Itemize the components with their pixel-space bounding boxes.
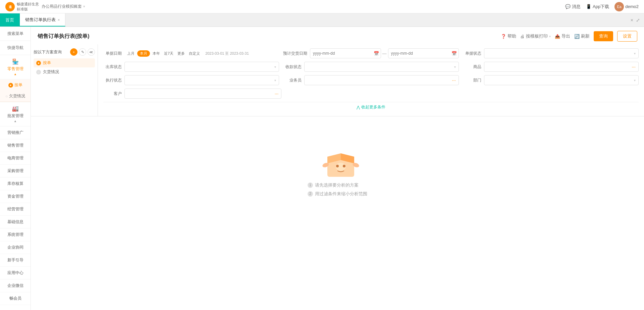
receipt-dropdown-arrow: ▾ — [454, 65, 456, 69]
query-button[interactable]: 查询 — [594, 31, 613, 41]
collapse-scheme-button[interactable]: ≪ — [88, 48, 95, 56]
filter-field-shipment: 出库状态 ▾ — [103, 62, 279, 72]
status-dropdown[interactable]: ▾ — [484, 48, 639, 58]
sidebar-item-newbie[interactable]: 新手引导 — [0, 254, 31, 267]
sidebar-item-appstore[interactable]: 应用中心 — [0, 267, 31, 279]
this-year-btn[interactable]: 本年 — [151, 50, 161, 57]
sidebar-item-basic[interactable]: 基础信息 — [0, 216, 31, 228]
scheme-debt[interactable]: ○ 欠货情况 — [34, 67, 95, 76]
goods-ellipsis-btn[interactable]: ··· — [632, 64, 636, 69]
sidebar-item-purchase[interactable]: 采购管理 — [0, 165, 31, 177]
filter-field-salesperson: 业务员 ··· — [283, 75, 459, 85]
expected-date-start-wrap: 📅 — [310, 48, 381, 58]
scheme-press[interactable]: ● 按单 — [34, 58, 95, 67]
filter-conditions: 单据日期 上月 本月 本年 近7天 更多 自定义 2023-03-01 至 20… — [98, 44, 644, 116]
app-download-button[interactable]: 📱 App下载 — [586, 4, 609, 10]
sidebar-item-operation[interactable]: 经营管理 — [0, 203, 31, 216]
collapse-conditions-button[interactable]: ⋀ 收起更多条件 — [103, 102, 639, 112]
filter-field-exec-status: 执行状态 ▾ — [103, 75, 279, 85]
sidebar-item-ecom[interactable]: 电商管理 — [0, 152, 31, 165]
page-header: 销售订单执行表(按单) ❓ 帮助 🖨 按模板打印 ▾ 📤 导出 — [31, 27, 644, 44]
sidebar-item-member[interactable]: 畅会员 — [0, 292, 31, 305]
hint-item-2: 2 用过滤条件来缩小分析范围 — [308, 190, 367, 198]
salesperson-ellipsis-btn[interactable]: ··· — [452, 78, 456, 83]
retail-icon: 🏪 — [12, 58, 19, 65]
window-close-button[interactable]: × — [631, 17, 633, 23]
sidebar-item-inventory[interactable]: 库存核算 — [0, 177, 31, 190]
sub-item-dot: ● — [8, 83, 13, 88]
last7-btn[interactable]: 近7天 — [163, 50, 175, 57]
sidebar-item-enterprise[interactable]: 企业协同 — [0, 241, 31, 254]
tab-sales-order[interactable]: 销售订单执行表 × — [20, 13, 65, 27]
download-icon: 📱 — [586, 4, 591, 9]
expected-date-range: 📅 — 📅 — [310, 48, 459, 58]
breadcrumb[interactable]: 办公用品行业模拟账套 ▾ — [42, 4, 85, 9]
refresh-button[interactable]: 🔄 刷新 — [574, 33, 590, 39]
template-print-button[interactable]: 🖨 按模板打印 ▾ — [520, 33, 551, 39]
custom-btn[interactable]: 自定义 — [187, 50, 201, 57]
window-expand-button[interactable]: ⤢ — [636, 17, 640, 23]
dept-dropdown[interactable]: ▾ — [484, 75, 639, 85]
receipt-dropdown[interactable]: ▾ — [304, 62, 459, 72]
export-button[interactable]: 📤 导出 — [555, 33, 570, 39]
goods-input[interactable] — [487, 64, 632, 69]
shipment-dropdown-arrow: ▾ — [274, 65, 276, 69]
more-btn[interactable]: 更多 — [176, 50, 186, 57]
sidebar-item-corpwechat[interactable]: 企业微信 — [0, 279, 31, 292]
sidebar-item-marketing[interactable]: 营销推广 — [0, 126, 31, 139]
svg-point-7 — [343, 165, 345, 167]
sidebar-item-finance[interactable]: 资金管理 — [0, 190, 31, 203]
top-bar: 通 畅捷通好生意 标准版 办公用品行业模拟账套 ▾ 💬 消息 📱 App下载 E… — [0, 0, 644, 13]
quick-nav-item[interactable]: 快捷导航 — [0, 43, 31, 53]
sub-item-circle-icon: ○ — [5, 94, 8, 99]
hint-item-1: 1 请先选择要分析的方案 — [308, 181, 367, 190]
scheme-inactive-dot: ○ — [36, 70, 41, 74]
expected-date-start-input[interactable] — [310, 48, 381, 58]
sidebar: 搜索菜单 快捷导航 🏪 零售管理 ▲ ● 按单 ○ 欠货情况 🏭 批发管理 — [0, 27, 31, 310]
message-button[interactable]: 💬 消息 — [565, 4, 581, 10]
scheme-action-icons: + ✎ ≪ — [70, 48, 95, 56]
logo-icon: 通 — [5, 2, 15, 11]
salesperson-input[interactable] — [307, 78, 452, 83]
search-menu-button[interactable]: 搜索菜单 — [3, 30, 28, 38]
sidebar-sub-press[interactable]: ● 按单 — [0, 80, 31, 91]
sidebar-item-wholesale[interactable]: 🏭 批发管理 ▲ — [0, 102, 31, 126]
expected-date-end-input[interactable] — [388, 48, 459, 58]
sidebar-search-area: 搜索菜单 — [0, 27, 31, 41]
filter-field-expected-date: 预计交货日期 📅 — 📅 — [283, 48, 459, 58]
sidebar-item-retail[interactable]: 🏪 零售管理 ▲ — [0, 55, 31, 80]
filter-row-4: 客户 ··· — [103, 89, 639, 99]
customer-input-wrap: ··· — [124, 89, 281, 99]
filter-field-receipt: 收款状态 ▾ — [283, 62, 459, 72]
top-bar-left: 通 畅捷通好生意 标准版 办公用品行业模拟账套 ▾ — [5, 2, 85, 11]
tab-close-button[interactable]: × — [58, 18, 60, 22]
edit-scheme-button[interactable]: ✎ — [79, 48, 86, 56]
sidebar-item-sales[interactable]: 销售管理 — [0, 139, 31, 152]
customer-input[interactable] — [127, 91, 275, 96]
filter-scheme-panel: 按以下方案查询 + ✎ ≪ ● 按单 ○ 欠货情况 — [31, 44, 98, 116]
this-month-btn[interactable]: 本月 — [137, 50, 150, 57]
shipment-dropdown[interactable]: ▾ — [124, 62, 279, 72]
wholesale-icon: 🏭 — [12, 105, 19, 112]
settings-button[interactable]: 设置 — [617, 31, 637, 42]
sidebar-sub-menu: ● 按单 ○ 欠货情况 — [0, 80, 31, 102]
add-scheme-button[interactable]: + — [70, 48, 77, 56]
page-title: 销售订单执行表(按单) — [38, 33, 90, 40]
exec-status-dropdown[interactable]: ▾ — [124, 75, 279, 85]
help-icon: ❓ — [501, 34, 506, 39]
tab-window-actions: × ⤢ — [627, 13, 644, 27]
last-month-btn[interactable]: 上月 — [126, 50, 136, 57]
date-end-icon: 📅 — [451, 51, 457, 56]
tab-home[interactable]: 首页 — [0, 13, 20, 27]
filter-row-2: 出库状态 ▾ 收款状态 ▾ — [103, 62, 639, 72]
sidebar-item-system[interactable]: 系统管理 — [0, 228, 31, 241]
customer-ellipsis-btn[interactable]: ··· — [275, 91, 279, 96]
svg-text:通: 通 — [9, 5, 12, 9]
sidebar-sub-debt[interactable]: ○ 欠货情况 — [0, 91, 31, 102]
filter-field-dept: 部门 ▾ — [463, 75, 639, 85]
user-menu[interactable]: Ea demo2 — [614, 2, 639, 11]
salesperson-input-wrap: ··· — [304, 75, 459, 85]
help-button[interactable]: ❓ 帮助 — [501, 33, 516, 39]
empty-hints: 1 请先选择要分析的方案 2 用过滤条件来缩小分析范围 — [308, 181, 367, 198]
status-dropdown-arrow: ▾ — [634, 52, 636, 55]
